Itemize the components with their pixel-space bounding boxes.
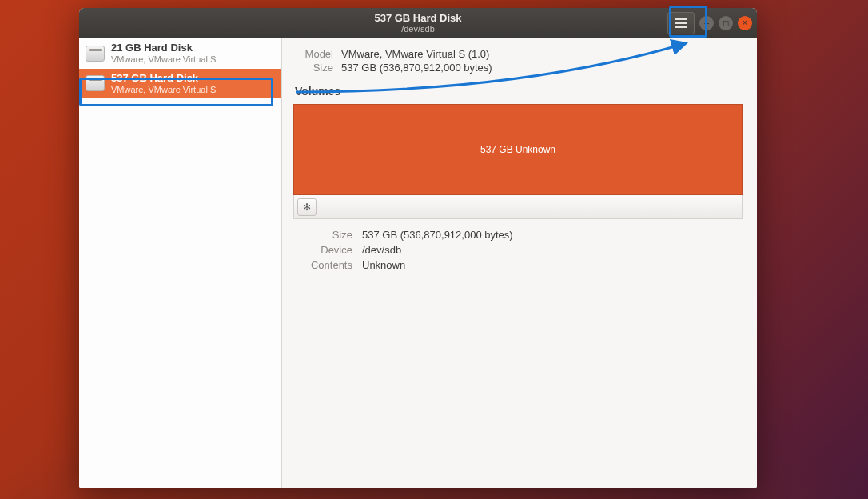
minimize-icon: – [704,19,709,27]
window-subtitle: /dev/sdb [374,24,461,34]
disk-item-title: 21 GB Hard Disk [111,42,216,54]
hamburger-icon [675,22,687,24]
size-value: 537 GB (536,870,912,000 bytes) [341,62,492,74]
size-label: Size [293,62,333,74]
disk-list-sidebar: 21 GB Hard Disk VMware, VMware Virtual S… [79,38,282,488]
size-row: Size 537 GB (536,870,912,000 bytes) [293,62,743,74]
volume-block-label: 537 GB Unknown [480,144,555,155]
detail-size-row: Size 537 GB (536,870,912,000 bytes) [293,229,743,241]
disk-item-sub: VMware, VMware Virtual S [111,54,216,65]
disk-item-title: 537 GB Hard Disk [111,73,216,85]
detail-size-value: 537 GB (536,870,912,000 bytes) [362,229,513,241]
harddisk-icon [86,46,105,62]
close-button[interactable]: × [738,16,752,30]
volume-block[interactable]: 537 GB Unknown [293,104,743,195]
harddisk-icon [86,75,105,91]
volumes-heading: Volumes [295,85,743,98]
window-title: 537 GB Hard Disk [374,13,461,24]
detail-contents-row: Contents Unknown [293,259,743,271]
disks-app-window: 537 GB Hard Disk /dev/sdb – ◻ × 21 GB Ha… [79,8,757,488]
detail-device-value: /dev/sdb [362,244,401,256]
detail-contents-value: Unknown [362,259,405,271]
model-label: Model [293,48,333,60]
titlebar-actions: – ◻ × [667,8,752,38]
window-content: 21 GB Hard Disk VMware, VMware Virtual S… [79,38,757,488]
disk-item-text: 21 GB Hard Disk VMware, VMware Virtual S [111,42,216,65]
disk-item-sub: VMware, VMware Virtual S [111,85,216,95]
hamburger-menu-button[interactable] [667,12,695,34]
detail-contents-label: Contents [293,259,352,271]
detail-size-label: Size [293,229,352,241]
minimize-button[interactable]: – [699,16,714,30]
model-value: VMware, VMware Virtual S (1.0) [341,48,489,60]
detail-device-label: Device [293,244,352,256]
disk-item-21gb[interactable]: 21 GB Hard Disk VMware, VMware Virtual S [79,38,281,69]
volume-toolbar: ✻ [293,195,743,219]
disk-item-537gb[interactable]: 537 GB Hard Disk VMware, VMware Virtual … [79,69,281,99]
model-row: Model VMware, VMware Virtual S (1.0) [293,48,743,60]
close-icon: × [743,19,747,27]
disk-item-text: 537 GB Hard Disk VMware, VMware Virtual … [111,73,216,95]
titlebar: 537 GB Hard Disk /dev/sdb – ◻ × [79,8,757,38]
maximize-button[interactable]: ◻ [719,16,733,30]
gear-icon: ✻ [303,202,311,213]
detail-device-row: Device /dev/sdb [293,244,743,256]
maximize-icon: ◻ [723,19,729,27]
volume-details: Size 537 GB (536,870,912,000 bytes) Devi… [293,229,743,271]
title-center: 537 GB Hard Disk /dev/sdb [374,13,461,34]
main-panel: Model VMware, VMware Virtual S (1.0) Siz… [282,38,757,488]
volume-settings-button[interactable]: ✻ [297,198,317,216]
